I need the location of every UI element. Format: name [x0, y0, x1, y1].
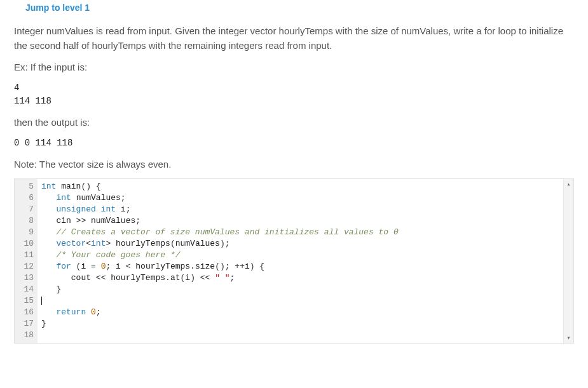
line-number: 7 — [15, 204, 34, 215]
vertical-scrollbar[interactable]: ▴ ▾ — [563, 179, 573, 343]
code-line[interactable]: for (i = 0; i < hourlyTemps.size(); ++i)… — [41, 261, 570, 272]
line-number: 9 — [15, 227, 34, 238]
line-number: 11 — [15, 250, 34, 261]
code-line[interactable]: int main() { — [41, 181, 570, 192]
code-editor-container: 56789101112131415161718192021 int main()… — [14, 178, 574, 344]
code-editor[interactable]: 56789101112131415161718192021 int main()… — [14, 178, 574, 344]
code-line[interactable]: vector<int> hourlyTemps(numValues); — [41, 238, 570, 250]
scroll-up-icon[interactable]: ▴ — [564, 179, 573, 189]
jump-to-level-link[interactable]: Jump to level 1 — [25, 3, 90, 13]
code-line[interactable]: cout << hourlyTemps.at(i) << " "; — [41, 272, 570, 284]
text-cursor — [41, 297, 42, 305]
code-line[interactable]: // Creates a vector of size numValues an… — [41, 227, 570, 238]
line-number: 13 — [15, 272, 34, 284]
line-number-gutter: 56789101112131415161718192021 — [15, 179, 38, 344]
code-line[interactable]: } — [41, 318, 570, 330]
code-line[interactable]: return 0; — [41, 307, 570, 318]
code-lines[interactable]: int main() { int numValues; unsigned int… — [38, 179, 573, 344]
line-number: 5 — [15, 181, 34, 192]
code-line[interactable]: } — [41, 284, 570, 295]
line-number: 14 — [15, 284, 34, 295]
problem-note: Note: The vector size is always even. — [14, 159, 574, 170]
problem-statement: Integer numValues is read from input. Gi… — [14, 24, 574, 53]
line-number: 19 — [15, 341, 34, 344]
line-number: 12 — [15, 261, 34, 272]
line-number: 6 — [15, 192, 34, 204]
line-number: 10 — [15, 238, 34, 250]
line-number: 16 — [15, 307, 34, 318]
code-line[interactable]: int numValues; — [41, 192, 570, 204]
example-input-block: 4 114 118 — [14, 81, 574, 108]
example-output-block: 0 0 114 118 — [14, 137, 574, 150]
example-input-label: Ex: If the input is: — [14, 62, 574, 72]
line-number: 15 — [15, 295, 34, 307]
line-number: 17 — [15, 318, 34, 330]
line-number: 8 — [15, 215, 34, 227]
code-line[interactable]: unsigned int i; — [41, 204, 570, 215]
code-line[interactable]: cin >> numValues; — [41, 215, 570, 227]
code-line[interactable] — [41, 295, 570, 307]
line-number: 18 — [15, 330, 34, 341]
scroll-down-icon[interactable]: ▾ — [564, 333, 573, 343]
example-output-label: then the output is: — [14, 117, 574, 128]
code-line[interactable]: /* Your code goes here */ — [41, 250, 570, 261]
